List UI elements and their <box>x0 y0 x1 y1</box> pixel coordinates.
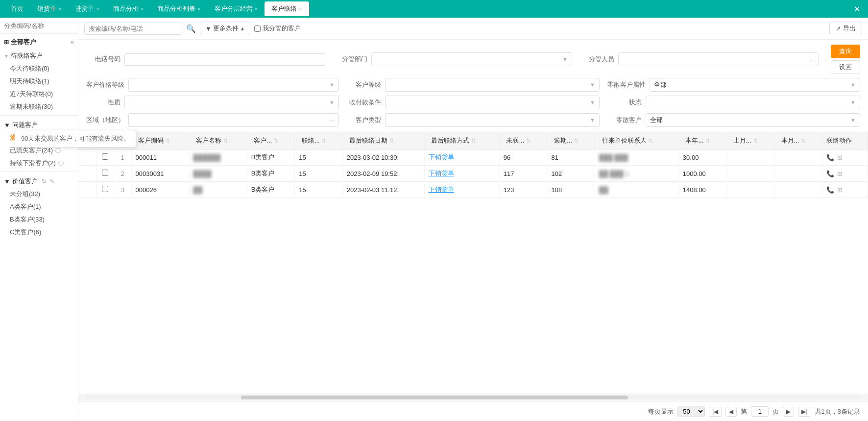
th-this-year[interactable]: ·本年... <box>678 132 726 149</box>
th-name[interactable]: ·客户名称 <box>189 132 247 149</box>
th-last-month[interactable]: ·上月... <box>726 132 774 149</box>
sidebar-item-overdue[interactable]: 逾期未联络(30) <box>0 100 78 113</box>
my-customers-checkbox[interactable] <box>254 25 261 32</box>
filter-field-status: 状态 ▼ <box>607 96 860 109</box>
row-action-cell[interactable]: 📞 ⊞ <box>822 166 868 182</box>
sidebar-collapse-btn[interactable]: « <box>71 39 74 46</box>
tab-analysis-list-close[interactable]: × <box>197 6 200 12</box>
tab-customer-contact[interactable]: 客户联络 × <box>265 1 309 16</box>
th-last-contact-date[interactable]: ·最后联络日期 <box>342 132 424 149</box>
sidebar-item-declining[interactable]: 持续下滑客户(2) ⓘ <box>0 157 78 170</box>
th-unit-contact[interactable]: ·往来单位联系人 <box>595 132 678 149</box>
next-page-btn[interactable]: ▶ <box>783 407 794 417</box>
filter-price-tier-select[interactable]: ▼ <box>128 78 339 92</box>
status-chevron-icon: ▼ <box>850 99 856 105</box>
action-icons[interactable]: 📞 ⊞ <box>826 170 864 177</box>
filter-dept-select[interactable]: ▼ <box>371 52 572 66</box>
sidebar-item-today[interactable]: 今天待联络(0) <box>0 62 78 75</box>
tab-customer-tier[interactable]: 客户分层经营 × <box>208 1 265 16</box>
sidebar-item-a-class[interactable]: A类客户(1) <box>0 200 78 213</box>
scroll-thumb[interactable] <box>241 396 628 399</box>
filter-action-btns: 查询 设置 <box>831 45 860 74</box>
row-last-method-cell[interactable]: 下销货单 <box>424 149 499 166</box>
sidebar-group-value[interactable]: ▼ 价值客户 ↻ ✎ <box>0 174 78 188</box>
row-code-cell: 000011 <box>131 149 189 166</box>
last-page-btn[interactable]: ▶| <box>798 407 811 417</box>
row-checkbox-cell[interactable] <box>96 149 114 166</box>
sidebar-item-ungrouped[interactable]: 未分组(32) <box>0 188 78 200</box>
sidebar-item-b-class[interactable]: B类客户(33) <box>0 213 78 226</box>
more-actions-icon[interactable]: ⊞ <box>837 170 843 177</box>
filter-status-select[interactable]: ▼ <box>646 96 860 109</box>
row-last-method-cell[interactable]: 下销货单 <box>424 182 499 198</box>
more-actions-icon[interactable]: ⊞ <box>837 186 843 194</box>
th-code[interactable]: ·客户编码 <box>131 132 189 149</box>
filter-customer-tier-select[interactable]: ▼ <box>385 78 600 92</box>
tab-analysis-list[interactable]: 商品分析列表 × <box>150 1 207 16</box>
horizontal-scrollbar[interactable] <box>86 396 860 399</box>
th-tier[interactable]: ·客户... <box>247 132 295 149</box>
tab-customer-contact-close[interactable]: × <box>299 6 302 12</box>
contact-icon[interactable]: 📞 <box>826 154 834 161</box>
export-button[interactable]: ↗ 导出 <box>829 22 862 35</box>
sidebar-item-c-class[interactable]: C类客户(6) <box>0 226 78 239</box>
sidebar-item-tomorrow[interactable]: 明天待联络(1) <box>0 75 78 88</box>
window-close-btn[interactable]: ✕ <box>850 2 864 16</box>
value-refresh-icon[interactable]: ↻ <box>42 178 47 185</box>
filter-search-button[interactable]: 🔍 <box>186 24 196 33</box>
th-last-contact-method[interactable]: ·最后联络方式 <box>424 132 499 149</box>
filter-nature-select[interactable]: ▼ <box>124 96 339 109</box>
sidebar-item-week[interactable]: 近7天待联络(0) <box>0 88 78 100</box>
row-action-cell[interactable]: 📞 ⊞ <box>822 182 868 198</box>
filter-icon: ▼ <box>205 25 212 32</box>
row-checkbox[interactable] <box>102 170 108 176</box>
my-customers-checkbox-label[interactable]: 我分管的客户 <box>254 24 301 33</box>
filter-region-select[interactable]: ··· <box>128 113 339 127</box>
first-page-btn[interactable]: |◀ <box>709 407 722 417</box>
more-actions-icon[interactable]: ⊞ <box>837 154 843 161</box>
th-this-month[interactable]: ·本月... <box>774 132 822 149</box>
filter-payment-select[interactable]: ▼ <box>385 96 600 109</box>
filter-search-input[interactable] <box>84 23 182 35</box>
row-checkbox-cell[interactable] <box>96 182 114 198</box>
row-last-method-cell[interactable]: 下销货单 <box>424 166 499 182</box>
tab-sales[interactable]: 销货单 × <box>30 1 68 16</box>
value-edit-icon[interactable]: ✎ <box>49 178 54 185</box>
contact-icon[interactable]: 📞 <box>826 186 834 194</box>
row-action-cell[interactable]: 📞 ⊞ <box>822 149 868 166</box>
row-checkbox-cell[interactable] <box>96 166 114 182</box>
row-this-year-cell: 1408.00 <box>678 182 726 198</box>
tab-purchase-close[interactable]: × <box>96 6 99 12</box>
filter-row-4: 区域（地区） ··· 客户类型 ▼ 零散客户 全部 ▼ <box>86 113 860 127</box>
filter-zero-attr-select[interactable]: 全部 ▼ <box>650 78 860 92</box>
tab-sales-close[interactable]: × <box>58 6 61 12</box>
row-overdue-cell: 81 <box>547 149 595 166</box>
filter-person-select[interactable]: ··· <box>618 52 819 66</box>
tab-analysis-close[interactable]: × <box>141 6 144 12</box>
filter-retail-select[interactable]: 全部 ▼ <box>646 113 860 127</box>
per-page-select[interactable]: 50 100 200 <box>677 406 705 417</box>
filter-field-customer-type: 客户类型 ▼ <box>347 113 600 127</box>
sidebar-group-pending[interactable]: ▼ 待联络客户 <box>0 49 78 62</box>
row-checkbox[interactable] <box>102 186 108 192</box>
filter-phone-input[interactable] <box>124 53 325 66</box>
tab-home[interactable]: 首页 <box>4 1 30 16</box>
th-contact[interactable]: ·联络... <box>295 132 343 149</box>
th-uncontacted[interactable]: ·未联... <box>499 132 547 149</box>
prev-page-btn[interactable]: ◀ <box>725 407 737 417</box>
filter-more-conditions-btn[interactable]: ▼ 更多条件 ▲ <box>200 22 250 35</box>
action-icons[interactable]: 📞 ⊞ <box>826 186 864 194</box>
row-checkbox[interactable] <box>102 153 108 160</box>
page-number-input[interactable] <box>751 406 769 417</box>
query-button[interactable]: 查询 <box>831 45 860 58</box>
action-icons[interactable]: 📞 ⊞ <box>826 154 864 161</box>
contact-icon[interactable]: 📞 <box>826 170 834 177</box>
settings-button[interactable]: 设置 <box>831 60 860 74</box>
tab-analysis[interactable]: 商品分析 × <box>106 1 150 16</box>
tab-customer-tier-close[interactable]: × <box>255 6 258 12</box>
sidebar-search-input[interactable] <box>4 22 78 29</box>
th-overdue[interactable]: ·逾期... <box>547 132 595 149</box>
sidebar-group-at-risk[interactable]: ▼ 问题客户 <box>0 118 78 131</box>
tab-purchase[interactable]: 进货单 × <box>68 1 106 16</box>
filter-customer-type-select[interactable]: ▼ <box>385 113 600 127</box>
